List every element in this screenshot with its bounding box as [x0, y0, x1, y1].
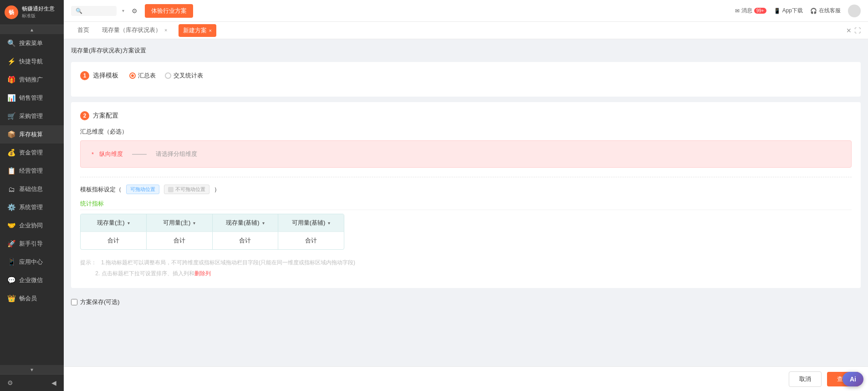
sidebar-item-label: 基础信息	[19, 185, 43, 193]
non-drag-icon	[168, 187, 174, 192]
sidebar-item-appstore[interactable]: 📱 应用中心	[0, 253, 64, 271]
step1-panel: 1 选择模板 汇总表 交叉统计表	[71, 62, 861, 97]
sidebar-item-sales[interactable]: 📊 销售管理	[0, 89, 64, 107]
bottom-bar: 取消 查询	[64, 366, 868, 391]
sidebar-item-label: 资金管理	[19, 149, 43, 157]
corp-icon: 🤝	[7, 221, 15, 230]
cell-current-aux-sum: 合计	[213, 232, 279, 249]
sidebar-item-purchase[interactable]: 🛒 采购管理	[0, 107, 64, 125]
sidebar-item-operations[interactable]: 📋 经营管理	[0, 162, 64, 180]
app-download-label: App下载	[782, 7, 803, 15]
col-available-aux-label: 可用量(基辅)	[292, 219, 326, 227]
col-available-aux-chevron[interactable]: ▾	[328, 221, 330, 226]
col-available-aux[interactable]: 可用量(基辅) ▾	[278, 214, 344, 232]
sidebar-item-newbie[interactable]: 🚀 新手引导	[0, 235, 64, 253]
tab-inventory-close-icon[interactable]: ×	[163, 27, 168, 33]
sidebar-item-label: 畅会员	[19, 294, 37, 303]
col-current-aux-chevron[interactable]: ▾	[262, 221, 265, 226]
dimension-placeholder: 请选择分组维度	[156, 150, 197, 158]
sidebar-item-finance[interactable]: 💰 资金管理	[0, 144, 64, 162]
radio-summary[interactable]: 汇总表	[129, 72, 156, 80]
metrics-label: 模板指标设定（ 可拖动位置 不可拖动位置 ）	[80, 185, 852, 194]
gear-icon[interactable]: ⚙	[132, 7, 138, 15]
system-icon: ⚙️	[7, 203, 15, 211]
app-version: 标准版	[22, 13, 55, 19]
dimension-label: 汇总维度（必选）	[80, 128, 852, 136]
step2-label: 方案配置	[93, 112, 118, 120]
col-current-main-label: 现存量(主)	[97, 219, 125, 227]
search-input[interactable]	[84, 8, 112, 14]
sidebar-item-marketing[interactable]: 🎁 营销推广	[0, 71, 64, 89]
sidebar-item-corp[interactable]: 🤝 企业协同	[0, 216, 64, 235]
headset-icon: 🎧	[810, 8, 817, 14]
tab-inventory-status[interactable]: 现存量（库存状况表） ×	[96, 22, 175, 39]
tip-line-2: 2. 点击标题栏下拉可设置排序、插入列和删除列	[80, 268, 852, 279]
col-current-main[interactable]: 现存量(主) ▾	[81, 214, 147, 232]
sidebar-item-label: 库存核算	[19, 130, 43, 139]
customer-service-item[interactable]: 🎧 在线客服	[810, 7, 841, 15]
tab-new-scheme-label: 新建方案	[183, 26, 207, 35]
tab-new-close-icon[interactable]: ×	[209, 28, 211, 33]
sidebar-item-label: 经营管理	[19, 167, 43, 175]
sidebar-item-member[interactable]: 👑 畅会员	[0, 289, 64, 308]
col-available-main-chevron[interactable]: ▾	[193, 221, 195, 226]
tips-section: 提示： 1.拖动标题栏可以调整布局，不可跨维度或指标区域拖动栏目字段(只能在同一…	[80, 257, 852, 279]
sidebar-item-label: 应用中心	[19, 258, 43, 266]
sidebar-scroll-down[interactable]: ▼	[0, 365, 64, 374]
template-radio-group: 汇总表 交叉统计表	[129, 72, 203, 80]
member-icon: 👑	[7, 294, 15, 303]
search-icon: 🔍	[7, 39, 15, 47]
cell-available-aux-sum-label: 合计	[305, 237, 317, 245]
save-checkbox[interactable]	[71, 299, 77, 305]
content-area: 现存量(库存状况表)方案设置 1 选择模板 汇总表 交叉统计表	[64, 39, 868, 366]
user-avatar[interactable]	[848, 5, 861, 17]
messages-item[interactable]: ✉ 消息 99+	[735, 7, 766, 15]
sidebar-item-quick-nav[interactable]: ⚡ 快捷导航	[0, 52, 64, 71]
base-icon: 🗂	[7, 185, 15, 193]
dimension-required-mark: *	[92, 151, 94, 158]
dimension-box[interactable]: * 纵向维度 —— 请选择分组维度	[80, 140, 852, 168]
step1-label: 选择模板	[93, 72, 118, 80]
ai-badge[interactable]: Ai	[842, 372, 863, 386]
collapse-icon[interactable]: ◀	[51, 379, 56, 386]
radio-summary-dot	[129, 72, 136, 79]
search-box[interactable]: 🔍	[71, 6, 117, 16]
save-scheme-label: 方案保存(可选)	[80, 298, 120, 306]
dimension-arrow: ——	[132, 150, 147, 158]
col-available-main[interactable]: 可用量(主) ▾	[147, 214, 213, 232]
tab-new-scheme[interactable]: 新建方案 ×	[179, 24, 216, 37]
trial-button[interactable]: 体验行业方案	[145, 4, 193, 18]
sidebar-item-base[interactable]: 🗂 基础信息	[0, 180, 64, 198]
sidebar-scroll-up[interactable]: ▲	[0, 25, 64, 34]
col-current-main-chevron[interactable]: ▾	[128, 221, 130, 226]
app-logo-icon: 畅	[5, 5, 18, 19]
radio-cross-label: 交叉统计表	[174, 72, 203, 80]
step1-number: 1	[80, 71, 89, 80]
sidebar-item-search[interactable]: 🔍 搜索菜单	[0, 34, 64, 52]
quick-nav-icon: ⚡	[7, 57, 15, 66]
tab-inventory-label: 现存量（库存状况表）	[102, 26, 161, 34]
app-download-item[interactable]: 📱 App下载	[774, 7, 803, 15]
sidebar-item-label: 系统管理	[19, 203, 43, 211]
col-current-aux[interactable]: 现存量(基辅) ▾	[213, 214, 279, 232]
newbie-icon: 🚀	[7, 240, 15, 248]
tab-home[interactable]: 首页	[71, 22, 96, 39]
cancel-button[interactable]: 取消	[789, 371, 822, 387]
topbar: 🔍 ▾ ⚙ 体验行业方案 ✉ 消息 99+ 📱 App下载 🎧 在线客服	[64, 0, 868, 22]
sidebar-item-inventory[interactable]: 📦 库存核算	[0, 125, 64, 144]
sidebar-item-label: 企业微信	[19, 276, 43, 284]
search-chevron-icon[interactable]: ▾	[122, 8, 124, 13]
wechat-icon: 💬	[7, 276, 15, 284]
col-current-aux-label: 现存量(基辅)	[226, 219, 260, 227]
sidebar-item-system[interactable]: ⚙️ 系统管理	[0, 198, 64, 216]
settings-icon[interactable]: ⚙	[7, 379, 13, 386]
sidebar-item-wechat[interactable]: 💬 企业微信	[0, 271, 64, 289]
expand-icon[interactable]: ⛶	[854, 27, 861, 34]
sidebar-nav: 🔍 搜索菜单 ⚡ 快捷导航 🎁 营销推广 📊 销售管理 🛒 采购管理 📦 库存核…	[0, 34, 64, 365]
metrics-setting-text: 模板指标设定（	[80, 185, 122, 194]
radio-cross-dot	[165, 72, 171, 79]
finance-icon: 💰	[7, 149, 15, 157]
radio-cross[interactable]: 交叉统计表	[165, 72, 203, 80]
close-panel-icon[interactable]: ✕	[846, 27, 852, 34]
cell-available-aux-sum: 合计	[278, 232, 344, 249]
